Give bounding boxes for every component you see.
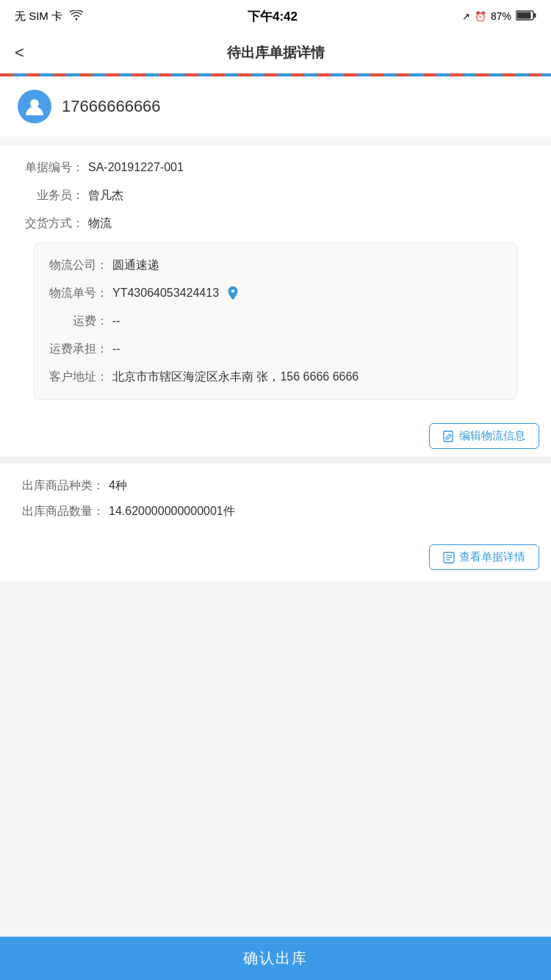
logistics-trackno-row: 物流单号： YT43064053424413 — [46, 284, 505, 302]
delivery-value: 物流 — [88, 215, 529, 232]
svg-rect-4 — [444, 431, 453, 442]
order-no-value: SA-20191227-001 — [88, 159, 529, 176]
logistics-company-value: 圆通速递 — [112, 256, 505, 274]
stock-kinds-label: 出库商品种类： — [22, 478, 109, 494]
salesman-row: 业务员： 曾凡杰 — [22, 187, 529, 204]
stock-kinds-value: 4种 — [109, 478, 127, 494]
back-button[interactable]: < — [15, 37, 30, 68]
logistics-company-row: 物流公司： 圆通速递 — [46, 256, 505, 274]
spacer — [0, 582, 551, 758]
address-row: 客户地址： 北京市市辖区海淀区永丰南 张，156 6666 6666 — [46, 368, 505, 386]
status-time: 下午4:42 — [248, 8, 298, 25]
page-title: 待出库单据详情 — [227, 43, 325, 62]
order-no-row: 单据编号： SA-20191227-001 — [22, 159, 529, 176]
salesman-value: 曾凡杰 — [88, 187, 529, 204]
address-label: 客户地址： — [46, 368, 112, 386]
nav-bar: < 待出库单据详情 — [0, 32, 551, 73]
edit-logistics-button[interactable]: 编辑物流信息 — [429, 423, 539, 449]
edit-icon — [443, 430, 455, 442]
logistics-company-label: 物流公司： — [46, 256, 112, 274]
view-detail-button[interactable]: 查看单据详情 — [429, 544, 539, 570]
stock-qty-value: 14.620000000000001件 — [109, 504, 235, 519]
svg-rect-2 — [516, 12, 530, 18]
salesman-label: 业务员： — [22, 187, 88, 204]
customer-header: 17666666666 — [0, 76, 551, 137]
freight-bearer-label: 运费承担： — [46, 340, 112, 358]
separator-1 — [0, 456, 551, 464]
view-detail-btn-row: 查看单据详情 — [0, 534, 551, 582]
wifi-icon — [70, 10, 83, 23]
freight-bearer-row: 运费承担： -- — [46, 340, 505, 358]
detail-icon — [443, 552, 455, 563]
freight-value: -- — [112, 312, 505, 330]
view-detail-label: 查看单据详情 — [459, 550, 525, 564]
delivery-label: 交货方式： — [22, 215, 88, 232]
edit-btn-row: 编辑物流信息 — [0, 413, 551, 456]
order-no-label: 单据编号： — [22, 159, 88, 176]
confirm-btn-text: 确认出库 — [243, 948, 308, 968]
freight-bearer-value: -- — [112, 340, 505, 358]
order-info-section: 单据编号： SA-20191227-001 业务员： 曾凡杰 交货方式： 物流 … — [0, 145, 551, 413]
alarm-status-icon: ⏰ — [475, 11, 486, 22]
logistics-card: 物流公司： 圆通速递 物流单号： YT43064053424413 运费： --… — [34, 242, 517, 400]
battery-text: 87% — [491, 10, 511, 22]
status-right: ↗ ⏰ 87% — [462, 10, 536, 23]
confirm-btn-container[interactable]: 确认出库 — [0, 937, 551, 980]
edit-logistics-label: 编辑物流信息 — [459, 429, 525, 443]
location-status-icon: ↗ — [462, 11, 470, 22]
freight-row: 运费： -- — [46, 312, 505, 330]
stock-kinds-row: 出库商品种类： 4种 — [22, 478, 529, 494]
logistics-trackno-label: 物流单号： — [46, 284, 112, 302]
status-bar: 无 SIM 卡 下午4:42 ↗ ⏰ 87% — [0, 0, 551, 32]
avatar — [18, 90, 51, 123]
stock-qty-row: 出库商品数量： 14.620000000000001件 — [22, 504, 529, 519]
stock-qty-label: 出库商品数量： — [22, 504, 109, 519]
svg-rect-1 — [533, 13, 536, 18]
status-left: 无 SIM 卡 — [15, 10, 83, 24]
track-location-icon[interactable] — [225, 285, 241, 301]
customer-phone: 17666666666 — [62, 97, 161, 116]
delivery-row: 交货方式： 物流 — [22, 215, 529, 232]
address-value: 北京市市辖区海淀区永丰南 张，156 6666 6666 — [112, 368, 505, 386]
freight-label: 运费： — [46, 312, 112, 330]
battery-icon — [516, 10, 536, 23]
stock-section: 出库商品种类： 4种 出库商品数量： 14.620000000000001件 — [0, 464, 551, 534]
logistics-trackno-value: YT43064053424413 — [112, 284, 505, 302]
carrier-text: 无 SIM 卡 — [15, 10, 62, 24]
